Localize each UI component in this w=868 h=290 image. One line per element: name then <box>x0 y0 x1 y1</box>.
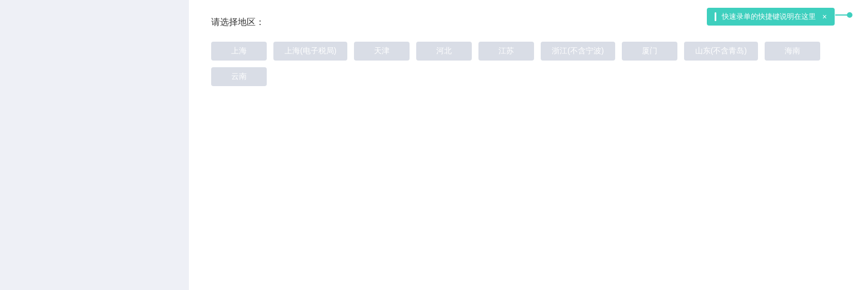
region-buttons-container: 上海上海(电子税局)天津河北江苏浙江(不含宁波)厦门山东(不含青岛)海南云南 <box>211 42 846 86</box>
tooltip-dot <box>847 12 852 18</box>
tooltip-line <box>835 14 847 16</box>
region-button-shanghai-etax[interactable]: 上海(电子税局) <box>273 42 347 61</box>
region-button-tianjin[interactable]: 天津 <box>354 42 410 61</box>
region-button-xiamen[interactable]: 厦门 <box>622 42 677 61</box>
left-sidebar <box>0 0 189 290</box>
region-button-shandong[interactable]: 山东(不含青岛) <box>684 42 758 61</box>
region-button-hainan[interactable]: 海南 <box>765 42 820 61</box>
region-button-hebei[interactable]: 河北 <box>416 42 472 61</box>
region-button-yunnan[interactable]: 云南 <box>211 67 267 86</box>
tooltip-close-button[interactable]: × <box>822 13 827 21</box>
main-content: 请选择地区： 上海上海(电子税局)天津河北江苏浙江(不含宁波)厦门山东(不含青岛… <box>189 0 868 290</box>
region-button-zhejiang[interactable]: 浙江(不含宁波) <box>541 42 615 61</box>
region-button-shanghai[interactable]: 上海 <box>211 42 267 61</box>
tooltip-text: 快速录单的快捷键说明在这里 <box>722 12 816 22</box>
region-button-jiangsu[interactable]: 江苏 <box>478 42 534 61</box>
tooltip-banner: 快速录单的快捷键说明在这里 × <box>707 8 835 26</box>
